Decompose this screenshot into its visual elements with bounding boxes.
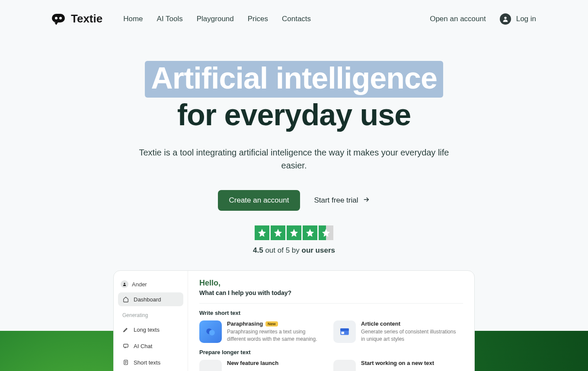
main-nav: Home AI Tools Playground Prices Contacts — [123, 15, 311, 23]
svg-point-3 — [504, 16, 506, 19]
app-card-paraphrasing[interactable]: ParaphrasingNew Paraphrasing rewrites a … — [199, 320, 325, 343]
start-trial-button[interactable]: Start free trial — [314, 196, 370, 206]
rating-middle: out of 5 by — [263, 246, 302, 254]
nav-playground[interactable]: Playground — [197, 15, 234, 23]
nav-contacts[interactable]: Contacts — [282, 15, 311, 23]
card-title: Start working on a new text — [361, 360, 434, 366]
svg-point-2 — [59, 17, 62, 19]
app-preview: Ander Dashboard Generating Long texts AI… — [113, 270, 475, 371]
rating-text: 4.5 out of 5 by our users — [253, 246, 335, 255]
document-icon — [122, 359, 129, 366]
rating-block: 4.5 out of 5 by our users — [52, 225, 536, 255]
app-nav-label: AI Chat — [134, 343, 152, 349]
chat-icon — [122, 342, 129, 349]
arrow-right-icon — [362, 196, 370, 206]
logo-icon — [52, 13, 67, 25]
logo[interactable]: Textie — [52, 12, 102, 25]
app-user-name: Ander — [132, 281, 147, 288]
card-title: Paraphrasing — [227, 320, 263, 327]
card-desc: Paraphrasing rewrites a text using diffe… — [227, 328, 325, 343]
star-icon — [255, 225, 269, 240]
app-nav-ai-chat[interactable]: AI Chat — [118, 339, 183, 353]
open-account-link[interactable]: Open an account — [430, 15, 486, 23]
app-nav-label: Dashboard — [134, 296, 161, 303]
app-hello: Hello, — [199, 279, 463, 288]
start-trial-label: Start free trial — [314, 196, 358, 205]
app-main: Hello, What can I help you with today? W… — [188, 271, 474, 371]
svg-rect-12 — [340, 328, 349, 330]
app-nav-dashboard[interactable]: Dashboard — [118, 292, 183, 306]
star-icon — [319, 225, 333, 240]
nav-home[interactable]: Home — [123, 15, 143, 23]
hero-subtitle: Textie is a tool integrating artificial … — [138, 146, 450, 172]
nav-ai-tools[interactable]: AI Tools — [157, 15, 183, 23]
stars — [255, 225, 333, 240]
user-avatar-icon — [121, 280, 128, 288]
svg-point-10 — [209, 330, 215, 336]
pen-icon — [122, 326, 129, 333]
star-icon — [303, 225, 317, 240]
app-nav-label: Short texts — [134, 359, 160, 366]
svg-point-1 — [55, 17, 58, 19]
app-sec-long: Prepare longer text — [199, 349, 463, 355]
app-sidebar: Ander Dashboard Generating Long texts AI… — [114, 271, 188, 371]
nav-prices[interactable]: Prices — [248, 15, 268, 23]
svg-rect-0 — [52, 14, 65, 22]
card-title: New feature launch — [227, 360, 278, 366]
login-label: Log in — [516, 15, 536, 23]
app-sec-short: Write short text — [199, 310, 463, 316]
create-account-button[interactable]: Create an account — [218, 190, 300, 211]
home-icon — [122, 296, 129, 303]
app-nav-label: Long texts — [134, 327, 160, 333]
star-icon — [287, 225, 301, 240]
app-card-article[interactable]: Article content Generate series of consi… — [333, 320, 459, 343]
card-title: Article content — [361, 320, 400, 327]
divider — [199, 303, 463, 304]
new-text-icon — [333, 360, 356, 371]
svg-point-4 — [124, 283, 125, 284]
paraphrase-icon — [199, 320, 222, 343]
rating-score: 4.5 — [253, 246, 263, 254]
card-desc: Generate series of consistent illustrati… — [361, 328, 459, 343]
article-icon — [333, 320, 356, 343]
new-badge: New — [265, 321, 278, 327]
app-card-feature[interactable]: New feature launch — [199, 360, 325, 371]
star-icon — [271, 225, 285, 240]
app-nav-long-texts[interactable]: Long texts — [118, 323, 183, 336]
login-link[interactable]: Log in — [500, 13, 536, 25]
hero-rest: for everyday use — [177, 98, 411, 132]
hero-highlight: Artificial intelligence — [145, 61, 443, 98]
feature-icon — [199, 360, 222, 371]
hero-title: Artificial intelligence for everyday use — [52, 61, 536, 132]
app-user: Ander — [118, 279, 183, 290]
svg-rect-13 — [341, 332, 344, 334]
svg-rect-5 — [124, 344, 128, 347]
app-section-label: Generating — [118, 306, 183, 320]
avatar-icon — [500, 13, 511, 25]
app-card-new-text[interactable]: Start working on a new text — [333, 360, 459, 371]
rating-who: our users — [302, 246, 335, 254]
app-question: What can I help you with today? — [199, 289, 463, 296]
app-nav-short-texts[interactable]: Short texts — [118, 355, 183, 369]
logo-text: Textie — [71, 12, 102, 25]
